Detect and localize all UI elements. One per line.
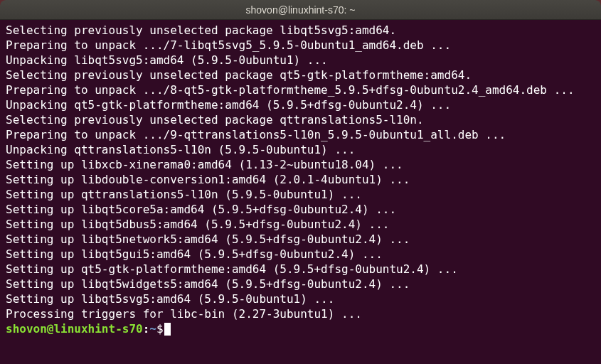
terminal-line: Setting up libqt5gui5:amd64 (5.9.5+dfsg-… [6,247,595,262]
terminal-window: shovon@linuxhint-s70: ~ Selecting previo… [0,0,601,364]
terminal-line: Setting up qttranslations5-l10n (5.9.5-0… [6,187,595,202]
terminal-line: Setting up libxcb-xinerama0:amd64 (1.13-… [6,157,595,172]
terminal-line: Setting up libqt5network5:amd64 (5.9.5+d… [6,232,595,247]
prompt-symbol: $ [156,321,164,336]
cursor [164,323,171,336]
terminal-line: Unpacking qttranslations5-l10n (5.9.5-0u… [6,142,595,157]
titlebar[interactable]: shovon@linuxhint-s70: ~ [0,0,601,20]
prompt-user-host: shovon@linuxhint-s70 [6,321,143,336]
prompt-path: ~ [149,321,156,336]
window-title: shovon@linuxhint-s70: ~ [246,4,356,16]
terminal-line: Preparing to unpack .../7-libqt5svg5_5.9… [6,38,595,53]
terminal-line: Unpacking libqt5svg5:amd64 (5.9.5-0ubunt… [6,53,595,68]
terminal-line: Setting up libqt5core5a:amd64 (5.9.5+dfs… [6,202,595,217]
terminal-line: Selecting previously unselected package … [6,112,595,127]
prompt-line[interactable]: shovon@linuxhint-s70:~$ [6,321,595,336]
terminal-body[interactable]: Selecting previously unselected package … [0,20,601,364]
terminal-line: Selecting previously unselected package … [6,68,595,82]
terminal-line: Setting up libqt5widgets5:amd64 (5.9.5+d… [6,277,595,291]
terminal-line: Setting up libdouble-conversion1:amd64 (… [6,172,595,187]
terminal-line: Preparing to unpack .../9-qttranslations… [6,127,595,142]
terminal-line: Setting up libqt5svg5:amd64 (5.9.5-0ubun… [6,291,595,306]
prompt-separator: : [143,321,150,336]
terminal-line: Selecting previously unselected package … [6,23,595,38]
terminal-line: Preparing to unpack .../8-qt5-gtk-platfo… [6,82,595,97]
terminal-line: Setting up libqt5dbus5:amd64 (5.9.5+dfsg… [6,217,595,232]
terminal-line: Unpacking qt5-gtk-platformtheme:amd64 (5… [6,97,595,112]
terminal-line: Processing triggers for libc-bin (2.27-3… [6,306,595,321]
terminal-line: Setting up qt5-gtk-platformtheme:amd64 (… [6,262,595,277]
